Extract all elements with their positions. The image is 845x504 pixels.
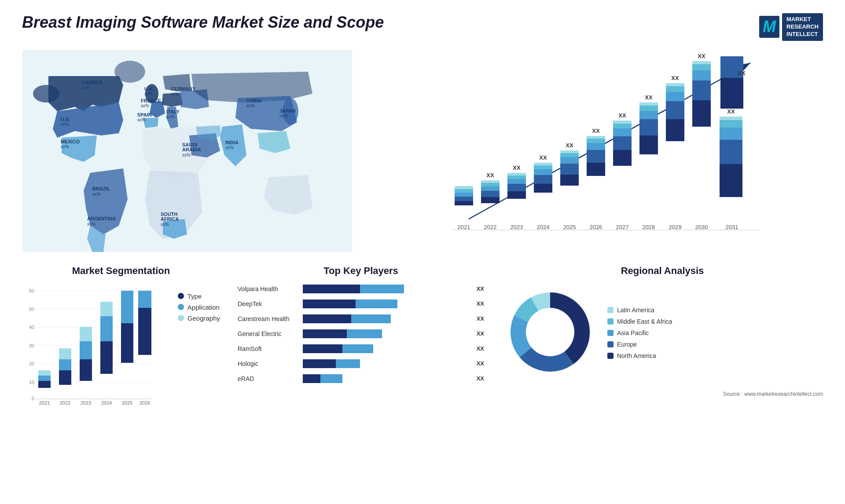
svg-rect-103 (692, 70, 711, 80)
svg-rect-43 (455, 186, 473, 189)
svg-rect-88 (639, 119, 658, 135)
svg-rect-40 (455, 197, 473, 201)
svg-rect-116 (720, 120, 742, 128)
svg-text:xx%: xx% (61, 144, 69, 149)
svg-text:2028: 2028 (643, 224, 655, 230)
svg-rect-61 (534, 169, 552, 175)
svg-rect-164 (303, 344, 342, 353)
middle-east-swatch (607, 318, 614, 325)
legend-europe: Europe (607, 341, 672, 348)
svg-text:U.S.: U.S. (61, 117, 70, 122)
player-bar-ge (303, 329, 470, 339)
legend-app-label: Application (187, 303, 220, 311)
europe-swatch (607, 341, 614, 347)
svg-text:xx%: xx% (87, 222, 96, 226)
player-label-ramsoft: XX (477, 345, 484, 352)
svg-rect-98 (666, 83, 684, 86)
svg-text:XX: XX (671, 75, 679, 81)
type-dot (178, 293, 184, 299)
svg-rect-77 (587, 136, 605, 139)
svg-text:xx%: xx% (246, 103, 255, 108)
logo-area: M MARKET RESEARCH INTELLECT (759, 13, 823, 41)
svg-text:xx%: xx% (225, 145, 234, 150)
svg-text:MEXICO: MEXICO (61, 139, 80, 144)
bar-2025: 2025 XX (560, 142, 579, 230)
world-map: CANADA xx% U.S. xx% MEXICO xx% BRAZIL xx… (22, 50, 352, 252)
legend-type-label: Type (187, 292, 202, 300)
svg-rect-142 (80, 341, 92, 359)
svg-rect-97 (666, 86, 684, 92)
svg-rect-91 (639, 102, 658, 106)
svg-text:xx%: xx% (61, 122, 69, 127)
svg-rect-114 (720, 140, 742, 164)
svg-text:XX: XX (698, 53, 705, 59)
bar-2029: 2029 XX (666, 75, 684, 230)
asia-pacific-swatch (607, 330, 614, 336)
svg-rect-152 (138, 308, 151, 355)
svg-text:2024: 2024 (537, 224, 550, 230)
svg-text:xx%: xx% (81, 85, 90, 90)
svg-text:AFRICA: AFRICA (161, 216, 179, 222)
svg-text:BRAZIL: BRAZIL (92, 186, 110, 191)
svg-text:2029: 2029 (669, 224, 682, 230)
svg-rect-108 (720, 78, 743, 109)
svg-rect-168 (303, 374, 320, 383)
seg-chart-area: 60 50 40 30 20 10 0 (22, 284, 220, 409)
svg-text:U.K.: U.K. (144, 86, 154, 91)
svg-text:2026: 2026 (140, 400, 150, 405)
svg-rect-134 (38, 376, 51, 381)
svg-rect-59 (534, 184, 552, 193)
player-label-volpara: XX (477, 285, 484, 292)
players-title: Top Key Players (238, 265, 484, 277)
svg-rect-102 (692, 80, 711, 100)
bar-2023: 2023 XX (507, 164, 526, 230)
player-label-hologic: XX (477, 360, 484, 367)
svg-text:xx%: xx% (92, 192, 101, 197)
svg-rect-74 (587, 150, 605, 163)
player-name-ramsoft: RamSoft (238, 345, 299, 352)
svg-text:40: 40 (29, 325, 34, 330)
latin-america-swatch (607, 307, 614, 313)
svg-rect-137 (59, 370, 71, 385)
player-row-carestream: Carestream Health XX (238, 314, 484, 324)
bar-2026: 2026 XX (587, 128, 605, 230)
player-bar-ramsoft (303, 343, 470, 354)
svg-text:FRANCE: FRANCE (141, 98, 161, 103)
player-row-ge: General Electric XX (238, 329, 484, 339)
svg-rect-138 (59, 359, 71, 370)
svg-text:ARABIA: ARABIA (182, 147, 201, 152)
europe-label: Europe (617, 341, 637, 348)
svg-rect-56 (507, 173, 526, 175)
svg-rect-41 (455, 193, 473, 197)
svg-text:2026: 2026 (590, 224, 603, 230)
svg-rect-95 (666, 101, 684, 119)
svg-rect-69 (560, 153, 579, 157)
svg-rect-54 (507, 179, 526, 184)
svg-rect-149 (121, 323, 133, 363)
svg-text:2023: 2023 (81, 400, 91, 405)
svg-text:INDIA: INDIA (225, 140, 239, 145)
svg-rect-53 (507, 184, 526, 191)
svg-rect-143 (80, 327, 92, 341)
bar-2027: 2027 XX (613, 112, 632, 230)
player-name-volpara: Volpara Health (238, 285, 299, 292)
svg-text:ITALY: ITALY (166, 109, 180, 114)
svg-rect-42 (455, 189, 473, 193)
svg-rect-141 (80, 359, 92, 381)
player-row-ramsoft: RamSoft XX (238, 343, 484, 354)
top-section: CANADA xx% U.S. xx% MEXICO xx% BRAZIL xx… (22, 50, 823, 252)
svg-text:XX: XX (645, 94, 653, 101)
source-text: Source : www.marketresearchintellect.com (502, 391, 823, 397)
player-bar-carestream (303, 314, 470, 324)
svg-text:2027: 2027 (616, 224, 629, 230)
svg-rect-84 (613, 121, 632, 124)
bar-2022: 2022 XX (481, 172, 500, 230)
svg-text:XX: XX (513, 164, 521, 171)
growth-bar-chart: 2021 2022 XX (370, 50, 823, 252)
latin-america-label: Latin America (617, 307, 654, 314)
svg-rect-147 (100, 302, 113, 316)
svg-rect-90 (639, 106, 658, 111)
regional-title: Regional Analysis (502, 265, 823, 277)
svg-rect-133 (38, 381, 51, 388)
svg-text:XX: XX (539, 154, 547, 161)
